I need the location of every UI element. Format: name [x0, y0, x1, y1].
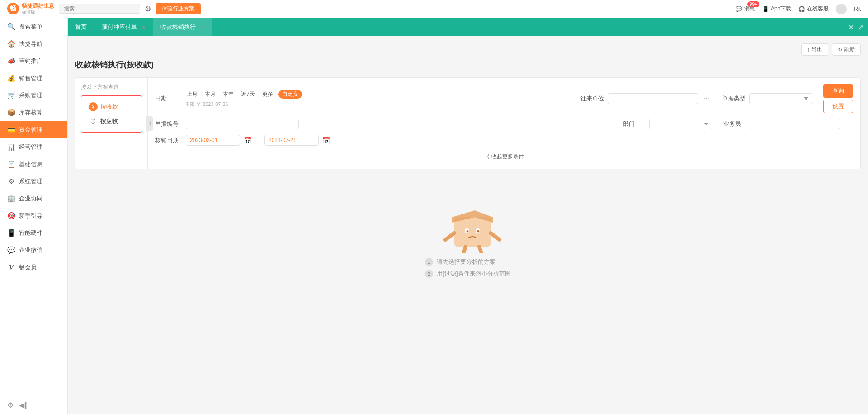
date-shortcut-more[interactable]: 更多: [260, 90, 275, 99]
bill-no-input[interactable]: [186, 119, 299, 129]
tab-home[interactable]: 首页: [68, 18, 94, 36]
tab-expand-button[interactable]: ⤢: [858, 23, 863, 32]
top-bar-left: 畅 畅捷通好生意 标准版 ⚙ 体验行业方案: [7, 3, 201, 14]
verify-date-end-calendar-icon[interactable]: 📅: [322, 137, 330, 144]
more-conditions-icon: 《: [484, 153, 490, 161]
verify-date-end-input[interactable]: [264, 135, 319, 146]
step-num-1: 1: [425, 258, 433, 266]
date-range-hint: 不限 至 2023-07-26: [185, 101, 302, 108]
sidebar-item-search-menu[interactable]: 🔍 搜索菜单: [0, 18, 67, 35]
bill-type-label: 单据类型: [722, 95, 745, 103]
more-conditions-label: 收起更多条件: [491, 153, 524, 161]
finance-icon: 💳: [7, 126, 15, 134]
sidebar-label-finance: 资金管理: [19, 126, 42, 134]
empty-step-2: 2 用[过滤]条件来缩小分析范围: [425, 270, 510, 278]
dept-select[interactable]: [649, 119, 712, 129]
user-name: Rit: [854, 6, 861, 12]
empty-svg: [441, 204, 504, 253]
content-area: 首页 预付冲应付单 ✕ 收款核销执行 ✕ ✕ ⤢ ↑ 导出: [68, 18, 868, 414]
empty-text: 1 请先选择要分析的方案 2 用[过滤]条件来缩小分析范围: [425, 258, 510, 278]
sidebar-item-guide[interactable]: 🎯 新手引导: [0, 207, 67, 224]
svg-point-5: [477, 230, 480, 233]
filter-right-panel: 日期 上月 本月 本年 近7天 更多 自定义 不限 至 2023-07-26: [148, 78, 860, 169]
tab-receipt[interactable]: 收款核销执行 ✕: [153, 18, 212, 36]
tab-prepay[interactable]: 预付冲应付单 ✕: [94, 18, 153, 36]
sidebar-item-operations[interactable]: 📊 经营管理: [0, 138, 67, 156]
query-button[interactable]: 查询: [823, 84, 853, 98]
inventory-icon: 📦: [7, 109, 15, 117]
by-receipt-icon: ¥: [89, 102, 98, 111]
verify-date-start-calendar-icon[interactable]: 📅: [244, 137, 251, 144]
filter-left-title: 按以下方案查询: [81, 83, 142, 91]
sidebar-label-sales: 销售管理: [19, 74, 42, 82]
filter-option-by-receivable-label: 按应收: [100, 117, 118, 125]
message-area[interactable]: 💬 消息 99+: [736, 5, 755, 13]
sidebar-label-member: 畅会员: [19, 263, 37, 271]
sidebar-item-wechat[interactable]: 💬 企业微信: [0, 242, 67, 259]
app-name: 畅捷通好生意: [22, 3, 54, 9]
bill-type-select[interactable]: [749, 93, 812, 104]
setting-button[interactable]: 设置: [823, 100, 853, 113]
sidebar-bottom: ⚙ ◀‖: [0, 396, 67, 414]
verify-date-start-input[interactable]: [186, 135, 240, 146]
tab-prepay-close-icon[interactable]: ✕: [142, 24, 146, 30]
top-search-input[interactable]: [59, 4, 140, 14]
tab-receipt-close-icon[interactable]: ✕: [200, 24, 204, 30]
sidebar-item-marketing[interactable]: 📣 营销推广: [0, 52, 67, 70]
online-service[interactable]: 🎧 在线客服: [798, 5, 829, 13]
sidebar-label-wechat: 企业微信: [19, 246, 42, 254]
settings-gear-icon[interactable]: ⚙: [145, 5, 151, 13]
sidebar-collapse-icon[interactable]: ◀‖: [19, 401, 28, 409]
filter-row-1: 日期 上月 本月 本年 近7天 更多 自定义 不限 至 2023-07-26: [155, 84, 853, 113]
tab-receipt-label: 收款核销执行: [160, 23, 196, 31]
trial-button[interactable]: 体验行业方案: [156, 3, 201, 14]
staff-more-icon[interactable]: ···: [844, 120, 853, 128]
more-conditions-toggle[interactable]: 《 收起更多条件: [155, 151, 853, 162]
app-download[interactable]: 📱 App下载: [762, 5, 791, 13]
tab-prepay-label: 预付冲应付单: [102, 23, 137, 31]
sidebar-item-system[interactable]: ⚙ 系统管理: [0, 173, 67, 190]
export-button[interactable]: ↑ 导出: [801, 43, 828, 56]
sidebar-label-system: 系统管理: [19, 177, 42, 186]
counterparty-more-icon[interactable]: ···: [702, 95, 711, 103]
svg-line-9: [479, 247, 481, 253]
filter-options-border: ¥ 按收款 ⏱ 按应收: [81, 95, 142, 133]
sidebar-item-member[interactable]: V 畅会员: [0, 259, 67, 276]
tab-close-all-button[interactable]: ✕: [848, 23, 854, 32]
system-icon: ⚙: [7, 177, 15, 186]
wechat-icon: 💬: [7, 246, 15, 254]
counterparty-input[interactable]: [608, 93, 698, 104]
filter-panel-collapse-arrow[interactable]: 《: [146, 116, 153, 131]
search-menu-icon: 🔍: [7, 23, 15, 31]
sidebar-label-inventory: 库存核算: [19, 109, 42, 117]
date-label: 日期: [155, 95, 178, 103]
date-shortcut-this-month[interactable]: 本月: [203, 90, 217, 99]
date-shortcut-this-year[interactable]: 本年: [221, 90, 236, 99]
page-title: 收款核销执行(按收款): [75, 59, 861, 70]
date-shortcut-7days[interactable]: 近7天: [239, 90, 257, 99]
empty-step-1-label: 请先选择要分析的方案: [437, 258, 495, 266]
user-avatar: [836, 4, 847, 14]
sidebar-label-hardware: 智能硬件: [19, 229, 42, 237]
filter-left-panel: 按以下方案查询 ¥ 按收款 ⏱ 按应收 《: [75, 78, 148, 169]
dept-field-group: 部门: [623, 119, 712, 129]
sidebar-item-hardware[interactable]: 📱 智能硬件: [0, 224, 67, 242]
svg-line-8: [463, 247, 466, 253]
sidebar-item-basic-info[interactable]: 📋 基础信息: [0, 156, 67, 173]
refresh-button[interactable]: ↻ 刷新: [832, 43, 861, 56]
sidebar-item-finance[interactable]: 💳 资金管理: [0, 121, 67, 138]
sidebar-item-purchase[interactable]: 🛒 采购管理: [0, 87, 67, 104]
filter-option-by-receipt[interactable]: ¥ 按收款: [85, 100, 138, 114]
sidebar-settings-icon[interactable]: ⚙: [7, 401, 14, 409]
svg-line-7: [491, 233, 500, 240]
filter-option-by-receivable[interactable]: ⏱ 按应收: [85, 114, 138, 128]
sidebar-item-quick-nav[interactable]: 🏠 快捷导航: [0, 35, 67, 52]
date-shortcut-last-month[interactable]: 上月: [185, 90, 199, 99]
main-tab-bar: 首页 预付冲应付单 ✕ 收款核销执行 ✕ ✕ ⤢: [68, 18, 868, 36]
date-shortcut-custom[interactable]: 自定义: [278, 90, 302, 99]
staff-input[interactable]: [750, 119, 840, 129]
sidebar-item-sales[interactable]: 💰 销售管理: [0, 70, 67, 87]
sidebar-label-basic-info: 基础信息: [19, 160, 42, 168]
sidebar-item-enterprise[interactable]: 🏢 企业协同: [0, 190, 67, 207]
sidebar-item-inventory[interactable]: 📦 库存核算: [0, 104, 67, 121]
